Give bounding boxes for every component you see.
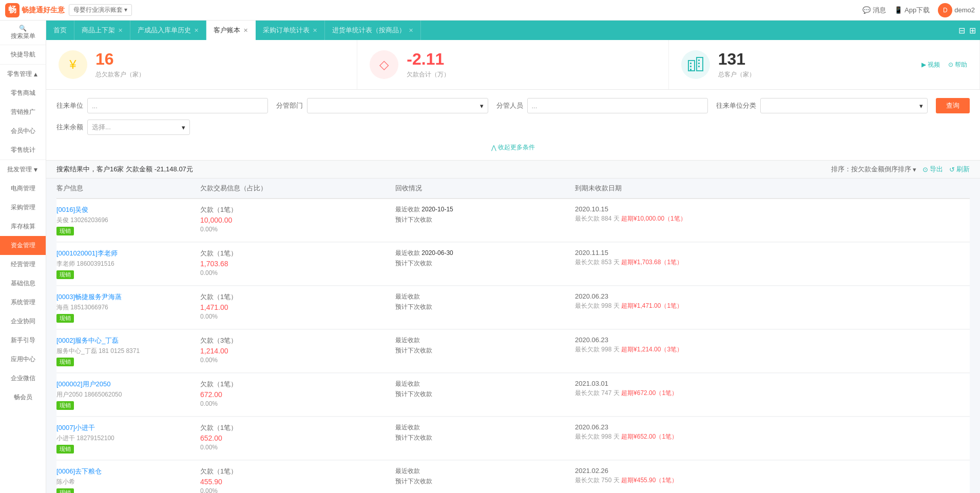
- customer-info-1: [0001020001]李老师 李老师 18600391516 现销: [56, 249, 200, 279]
- debt-count-0: 欠款（1笔）: [200, 205, 395, 214]
- recovery-next-5: 预计下次收款: [395, 433, 575, 442]
- debt-info-6: 欠款（1笔） 455.90 0.00%: [200, 467, 395, 493]
- customer-name-2[interactable]: [0003]畅捷服务尹海蒸: [56, 292, 200, 302]
- debt-amount-0[interactable]: 10,000.00: [200, 216, 395, 224]
- debt-ratio-6: 0.00%: [200, 487, 395, 493]
- customer-info-5: [0007]小进干 小进干 18279152100 现销: [56, 423, 200, 453]
- debt-amount-4[interactable]: 672.00: [200, 390, 395, 399]
- recovery-info-1: 最近收款 2020-06-30 预计下次收款: [395, 249, 575, 269]
- collapse-btn[interactable]: ⋀ 收起更多条件: [491, 143, 535, 152]
- tab-products[interactable]: 商品上下架 ✕: [74, 21, 130, 40]
- sidebar-item-enterprise[interactable]: 企业协同: [0, 312, 46, 331]
- customer-info-0: [0016]吴俊 吴俊 13026203696 现销: [56, 205, 200, 235]
- customer-name-5[interactable]: [0007]小进干: [56, 423, 200, 432]
- recovery-info-5: 最近收款 预计下次收款: [395, 423, 575, 444]
- header-debt: 欠款交易信息（占比）: [200, 184, 395, 193]
- sidebar-item-marketing[interactable]: 营销推广: [0, 103, 46, 122]
- debt-amount-5[interactable]: 652.00: [200, 434, 395, 442]
- sidebar-item-app-center[interactable]: 应用中心: [0, 350, 46, 369]
- sidebar-item-batch-mgmt[interactable]: 批发管理 ▼: [0, 160, 46, 179]
- sidebar-item-new-guide[interactable]: 新手引导: [0, 331, 46, 350]
- unit-category-select[interactable]: ▾: [760, 98, 928, 113]
- source-unit-input[interactable]: ...: [87, 98, 268, 113]
- balance-label: 往来余额: [56, 123, 83, 132]
- tab-close-customer-account[interactable]: ✕: [243, 27, 248, 34]
- tab-maximize-btn[interactable]: ⊞: [969, 26, 976, 35]
- message-btn[interactable]: 💬 消息: [862, 6, 886, 15]
- refresh-btn[interactable]: ↺ 刷新: [949, 165, 970, 174]
- debt-ratio-3: 0.00%: [200, 357, 395, 364]
- results-info: 搜索结果中，客户16家 欠款金额 -21,148.07元: [56, 165, 193, 174]
- debt-amount-3[interactable]: 1,214.00: [200, 347, 395, 355]
- sidebar-item-ecommerce[interactable]: 电商管理: [0, 179, 46, 198]
- debt-amount-2[interactable]: 1,471.00: [200, 303, 395, 311]
- table-row: [000002]用户2050 用户2050 18665062050 现销 欠款（…: [56, 373, 970, 417]
- customer-name-3[interactable]: [0002]服务中心_丁磊: [56, 336, 200, 345]
- debt-amount-1[interactable]: 1,703.68: [200, 260, 395, 268]
- sidebar-item-retail-shop[interactable]: 零售商城: [0, 84, 46, 103]
- tab-close-products[interactable]: ✕: [118, 27, 123, 34]
- sidebar-item-basic-info[interactable]: 基础信息: [0, 274, 46, 293]
- sidebar-item-finance[interactable]: 资金管理: [0, 236, 46, 255]
- customer-name-6[interactable]: [0006]去下粮仓: [56, 467, 200, 476]
- customer-info-6: [0006]去下粮仓 陈小希 现销: [56, 467, 200, 493]
- debt-amount-6[interactable]: 455.90: [200, 478, 395, 486]
- customer-name-4[interactable]: [000002]用户2050: [56, 380, 200, 389]
- tab-customer-account[interactable]: 客户账本 ✕: [206, 21, 256, 40]
- tab-production[interactable]: 产成品入库单历史 ✕: [130, 21, 206, 40]
- sidebar-item-retail-mgmt[interactable]: 零售管理 ▲: [0, 65, 46, 84]
- overdue-days-3: 最长欠款 998 天 超期¥1,214.00（3笔）: [575, 345, 970, 354]
- debt-count-6: 欠款（1笔）: [200, 467, 395, 476]
- sidebar-item-inventory[interactable]: 库存核算: [0, 217, 46, 236]
- dept-select[interactable]: ▾: [307, 98, 488, 113]
- help-btn[interactable]: ⊙ 帮助: [948, 61, 967, 69]
- tab-purchase-orders[interactable]: 采购订单统计表 ✕: [256, 21, 325, 40]
- sidebar-item-member[interactable]: 会员中心: [0, 122, 46, 141]
- svg-rect-6: [698, 63, 700, 64]
- overdue-days-4: 最长欠款 747 天 超期¥672.00（1笔）: [575, 389, 970, 398]
- debt-customers-number: 16: [95, 50, 145, 68]
- customer-name-1[interactable]: [0001020001]李老师: [56, 249, 200, 258]
- overdue-info-4: 2021.03.01 最长欠款 747 天 超期¥672.00（1笔）: [575, 380, 970, 398]
- tab-home[interactable]: 首页: [46, 21, 74, 40]
- results-bar: 搜索结果中，客户16家 欠款金额 -21,148.07元 排序：按欠款金额倒序排…: [46, 161, 980, 179]
- logo: 畅 畅捷通好生意: [5, 3, 65, 17]
- filter-row-1: 往来单位 ... 分管部门 ▾ 分管人员: [56, 98, 970, 113]
- top-bar-left: 畅 畅捷通好生意 母婴行业演示账套 ▾: [5, 3, 132, 17]
- user-menu[interactable]: D demo2: [938, 3, 975, 17]
- overdue-info-0: 2020.10.15 最长欠款 884 天 超期¥10,000.00（1笔）: [575, 205, 970, 223]
- sidebar-item-ops-mgmt[interactable]: 经营管理: [0, 255, 46, 274]
- sidebar-item-purchase-mgmt[interactable]: 采购管理: [0, 198, 46, 217]
- sidebar-item-quick-nav[interactable]: 快捷导航: [0, 45, 46, 64]
- export-btn[interactable]: ⊙ 导出: [923, 165, 943, 174]
- status-badge-5: 现销: [56, 445, 74, 453]
- video-btn[interactable]: ▶ 视频: [921, 61, 940, 69]
- recovery-last-6: 最近收款: [395, 467, 575, 476]
- customer-phone-6: 陈小希: [56, 478, 200, 486]
- tab-close-purchase-stats[interactable]: ✕: [409, 27, 413, 34]
- overdue-date-6: 2021.02.26: [575, 467, 970, 475]
- svg-rect-2: [690, 63, 691, 64]
- stat-card-debt-amount: ◇ -2.11 欠款合计（万）: [357, 40, 668, 89]
- tab-minimize-btn[interactable]: ⊟: [958, 26, 965, 35]
- sidebar-item-vip[interactable]: 畅会员: [0, 388, 46, 407]
- balance-select[interactable]: 选择... ▾: [87, 120, 190, 135]
- tab-purchase-stats[interactable]: 进货单统计表（按商品） ✕: [325, 21, 421, 40]
- overdue-days-5: 最长欠款 998 天 超期¥652.00（1笔）: [575, 432, 970, 441]
- person-input[interactable]: ...: [527, 98, 708, 113]
- sidebar-item-retail-stats[interactable]: 零售统计: [0, 141, 46, 160]
- recovery-next-3: 预计下次收款: [395, 346, 575, 355]
- sidebar-search[interactable]: 🔍 搜索菜单: [0, 21, 46, 45]
- tab-close-purchase-orders[interactable]: ✕: [313, 27, 317, 34]
- customer-name-0[interactable]: [0016]吴俊: [56, 205, 200, 214]
- sidebar-item-corp-wechat[interactable]: 企业微信: [0, 369, 46, 388]
- app-download-btn[interactable]: 📱 App下载: [894, 6, 930, 15]
- tab-close-production[interactable]: ✕: [194, 27, 199, 34]
- sidebar-item-system[interactable]: 系统管理: [0, 293, 46, 312]
- results-actions: 排序：按欠款金额倒序排序 ▾ ⊙ 导出 ↺ 刷新: [831, 165, 970, 174]
- table-row: [0006]去下粮仓 陈小希 现销 欠款（1笔） 455.90 0.00% 最近…: [56, 461, 970, 493]
- company-selector[interactable]: 母婴行业演示账套 ▾: [69, 4, 132, 16]
- dept-label: 分管部门: [276, 101, 303, 110]
- sort-select[interactable]: 排序：按欠款金额倒序排序 ▾: [831, 165, 916, 174]
- search-button[interactable]: 查询: [936, 98, 970, 113]
